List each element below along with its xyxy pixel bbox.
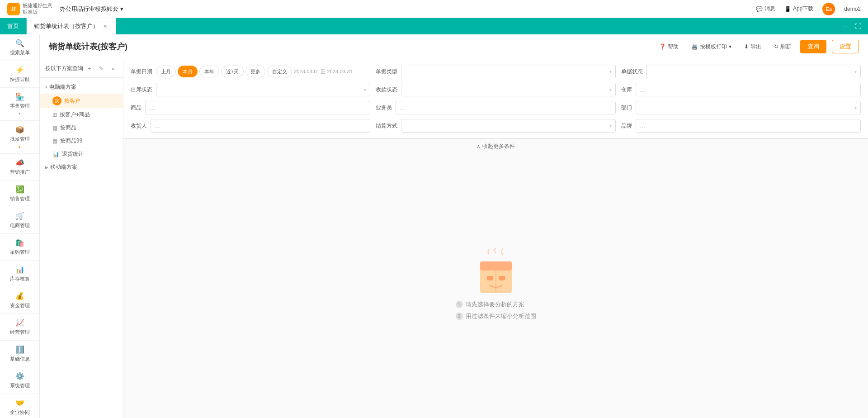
scheme-panel-icons: + ✎ «	[85, 64, 118, 73]
hint-1-number: 1	[456, 301, 463, 308]
brand-control[interactable]: …	[636, 119, 861, 133]
empty-hint-1: 1 请先选择要分析的方案	[456, 300, 536, 309]
brand-dots: …	[640, 122, 646, 129]
tree-item-by-product-99[interactable]: ▤ 按商品99	[40, 134, 123, 147]
tab-bar: 首页 销货单统计表（按客户） ✕ — ⛶	[0, 18, 868, 34]
department-control[interactable]: ▾	[636, 101, 861, 114]
sidebar-item-quick-nav[interactable]: ⚡ 快捷导航	[0, 61, 39, 88]
sidebar-item-purchase[interactable]: 🛍️ 采购管理	[0, 234, 39, 261]
product-control[interactable]: …	[145, 101, 370, 114]
sidebar-item-sales[interactable]: 💹 销售管理	[0, 180, 39, 207]
sidebar-item-search-menu[interactable]: 🔍 搜索菜单	[0, 34, 39, 61]
scheme-add-button[interactable]: +	[85, 64, 94, 73]
payment-status-control[interactable]: ▾	[401, 83, 615, 96]
refresh-icon: ↻	[774, 43, 778, 50]
filter-salesperson: 业务员 …	[376, 101, 615, 114]
sidebar-item-finance[interactable]: 💰 资金管理	[0, 287, 39, 314]
date-custom[interactable]: 自定义	[267, 66, 292, 77]
basic-info-icon: ℹ️	[15, 345, 24, 354]
sidebar-item-marketing[interactable]: 📣 营销推广	[0, 154, 39, 180]
header-left: 好 畅捷通好生意 标准版 办公用品行业模拟账套 ▾	[7, 3, 127, 15]
recipient-label: 收货人	[131, 122, 147, 130]
export-button[interactable]: ⬇ 导出	[741, 41, 765, 52]
app-download-button[interactable]: 📱 App下载	[784, 5, 813, 13]
retail-expand-arrow: ▾	[19, 111, 21, 116]
by-product-99-label: 按商品99	[60, 137, 82, 145]
help-icon: ❓	[659, 43, 666, 50]
date-this-year[interactable]: 本年	[199, 66, 219, 77]
collapse-icon: ∧	[476, 143, 481, 150]
sidebar-item-basic-info[interactable]: ℹ️ 基础信息	[0, 341, 39, 367]
query-button[interactable]: 查询	[800, 40, 826, 53]
status-control[interactable]: ▾	[646, 65, 861, 78]
sidebar-item-finance-label: 资金管理	[10, 302, 30, 309]
sidebar-item-ecommerce[interactable]: 🛒 电商管理	[0, 207, 39, 234]
status-dropdown-icon: ▾	[854, 69, 857, 74]
app-selector[interactable]: 办公用品行业模拟账套 ▾	[56, 3, 127, 15]
help-button[interactable]: ❓ 帮助	[656, 41, 682, 52]
tab-sales-stats-label: 销货单统计表（按客户）	[34, 22, 99, 30]
by-customer-label: 按客户	[64, 97, 80, 105]
tab-home[interactable]: 首页	[0, 18, 27, 34]
sidebar-item-inventory[interactable]: 📊 库存核算	[0, 261, 39, 287]
svg-rect-1	[480, 261, 512, 271]
recipient-control[interactable]: …	[151, 119, 370, 133]
date-this-month[interactable]: 本月	[178, 66, 198, 77]
wholesale-icon: 📦	[15, 125, 24, 134]
tree-item-by-customer-product[interactable]: ⊞ 按客户+商品	[40, 108, 123, 121]
sidebar-item-enterprise[interactable]: 🤝 企业协同	[0, 394, 39, 418]
filter-recipient: 收货人 …	[131, 119, 370, 133]
logo-area: 好 畅捷通好生意 标准版	[7, 3, 52, 15]
tree-group-mobile[interactable]: ▶ 移动端方案	[40, 161, 123, 174]
tab-sales-stats[interactable]: 销货单统计表（按客户） ✕	[27, 18, 116, 34]
scheme-collapse-button[interactable]: «	[108, 64, 118, 73]
payment-status-label: 收款状态	[376, 86, 397, 94]
filter-warehouse: 仓库 …	[621, 83, 861, 96]
sales-icon: 💹	[15, 185, 24, 194]
department-dropdown: ▾	[854, 105, 857, 110]
tree-group-desktop[interactable]: ▾ 电脑端方案	[40, 81, 123, 94]
out-status-control[interactable]: ▾	[156, 83, 370, 96]
export-icon: ⬇	[744, 43, 749, 50]
sidebar-item-wholesale[interactable]: 📦 批发管理 ▴	[0, 121, 39, 154]
type-control[interactable]: ▾	[401, 65, 615, 78]
filter-settlement: 结算方式 ▾	[376, 119, 615, 133]
by-customer-product-label: 按客户+商品	[60, 111, 90, 119]
svg-rect-3	[487, 276, 493, 280]
warehouse-control[interactable]: …	[636, 83, 861, 96]
quick-nav-icon: ⚡	[15, 66, 24, 74]
by-product-99-icon: ▤	[52, 138, 57, 144]
type-label: 单据类型	[376, 68, 397, 76]
tree-item-by-customer[interactable]: 按 按客户	[40, 94, 123, 108]
collapse-more-bar[interactable]: ∧ 收起更多条件	[123, 138, 868, 154]
date-label: 单据日期	[131, 68, 152, 76]
filter-out-status: 出库状态 ▾	[131, 83, 370, 96]
settlement-control[interactable]: ▾	[401, 119, 615, 133]
date-more[interactable]: 更多	[245, 66, 265, 77]
sidebar-item-system[interactable]: ⚙️ 系统管理	[0, 367, 39, 394]
filter-row-3: 商品 … 业务员 … 部门	[131, 101, 861, 114]
tree-item-by-product[interactable]: ▤ 按商品	[40, 121, 123, 134]
salesperson-control[interactable]: …	[396, 101, 615, 114]
date-7days[interactable]: 近7天	[221, 66, 244, 77]
scheme-edit-button[interactable]: ✎	[97, 64, 106, 73]
tab-minimize-button[interactable]: —	[841, 22, 850, 31]
tree-item-return-stats[interactable]: 📊 退货统计	[40, 147, 123, 161]
print-button[interactable]: 🖨️ 按模板打印 ▾	[688, 41, 735, 52]
date-last-month[interactable]: 上月	[156, 66, 176, 77]
user-name[interactable]: demo2	[844, 6, 861, 12]
finance-icon: 💰	[15, 292, 24, 300]
sidebar-item-retail[interactable]: 🏪 零售管理 ▾	[0, 88, 39, 121]
status-label: 单据状态	[621, 68, 643, 76]
tab-close-icon[interactable]: ✕	[101, 23, 108, 30]
page-header: 销货单统计表(按客户) ❓ 帮助 🖨️ 按模板打印 ▾ ⬇ 导出 ↻ 刷新	[40, 34, 868, 59]
payment-dropdown: ▾	[609, 87, 612, 92]
sidebar-item-operations[interactable]: 📈 经营管理	[0, 314, 39, 341]
settings-button[interactable]: 设置	[832, 40, 859, 53]
svg-rect-4	[499, 276, 505, 280]
user-avatar[interactable]: Ea	[822, 3, 835, 15]
refresh-button[interactable]: ↻ 刷新	[770, 41, 795, 52]
message-button[interactable]: 💬 消息	[756, 5, 775, 13]
tab-maximize-button[interactable]: ⛶	[854, 22, 863, 31]
mobile-arrow-icon: ▶	[45, 165, 48, 170]
